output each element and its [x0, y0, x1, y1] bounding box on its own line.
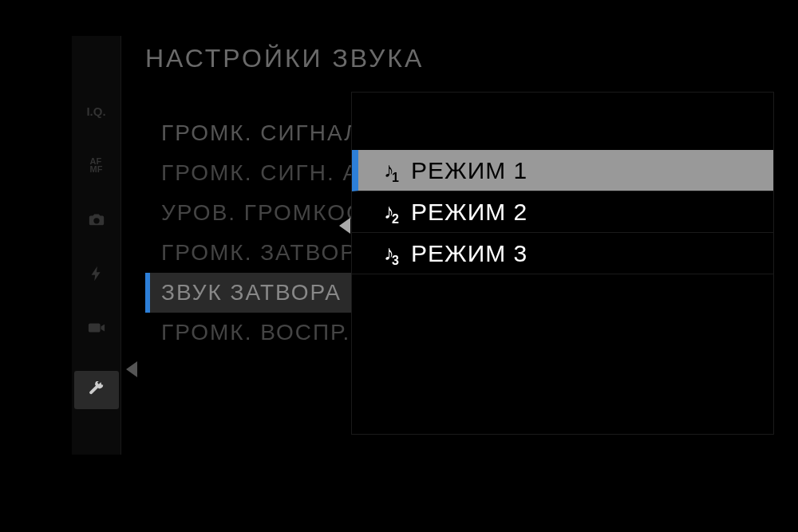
- submenu-option-1[interactable]: ♪1 РЕЖИМ 1: [352, 150, 773, 191]
- submenu-list: ♪1 РЕЖИМ 1 ♪2 РЕЖИМ 2 ♪3 РЕЖИМ 3: [352, 93, 773, 274]
- sidebar-item-afmf[interactable]: AF MF: [81, 154, 113, 176]
- panel-title: НАСТРОЙКИ ЗВУКА: [145, 44, 664, 73]
- submenu-label: РЕЖИМ 2: [411, 199, 527, 226]
- camera-icon: [88, 211, 105, 228]
- sidebar-item-camera[interactable]: [81, 208, 113, 231]
- submenu-label: РЕЖИМ 3: [411, 240, 527, 267]
- sidebar-item-flash[interactable]: [81, 262, 113, 285]
- iq-icon: I.Q.: [86, 104, 105, 118]
- sidebar-item-setup[interactable]: [74, 371, 119, 409]
- flash-icon: [88, 265, 105, 282]
- sidebar-item-iq[interactable]: I.Q.: [81, 100, 113, 122]
- submenu-arrow: [339, 218, 350, 234]
- submenu-option-3[interactable]: ♪3 РЕЖИМ 3: [352, 233, 773, 274]
- submenu-label: РЕЖИМ 1: [411, 157, 527, 184]
- music-note-icon: ♪1: [384, 158, 403, 183]
- sidebar-item-movie[interactable]: [81, 317, 113, 339]
- camera-menu-screen: I.Q. AF MF: [0, 0, 798, 532]
- shutter-sound-submenu: ♪1 РЕЖИМ 1 ♪2 РЕЖИМ 2 ♪3 РЕЖИМ 3: [351, 92, 774, 435]
- music-note-icon: ♪2: [384, 199, 403, 224]
- music-note-icon: ♪3: [384, 241, 403, 266]
- afmf-icon: AF MF: [90, 157, 103, 173]
- submenu-option-2[interactable]: ♪2 РЕЖИМ 2: [352, 191, 773, 233]
- movie-icon: [88, 319, 105, 337]
- wrench-icon: [88, 381, 105, 399]
- sidebar-active-arrow: [126, 361, 137, 377]
- category-sidebar: I.Q. AF MF: [72, 36, 121, 455]
